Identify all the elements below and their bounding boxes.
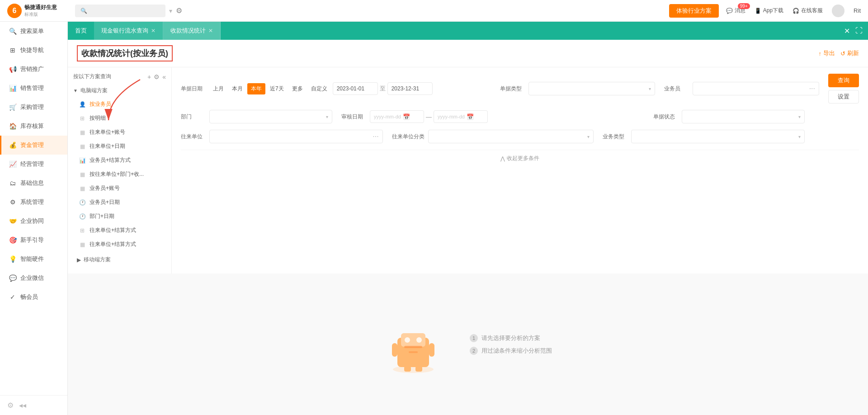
sidebar-settings-icon[interactable]: ⚙ xyxy=(7,401,14,410)
scheme-item-by-salesman[interactable]: 👤 按业务员 xyxy=(68,97,171,111)
empty-state: 1 请先选择要分析的方案 2 用过滤条件来缩小分析范围 xyxy=(68,274,868,415)
scheme-item-icon-pa: ▦ xyxy=(79,129,86,136)
tip-text-1: 请先选择要分析的方案 xyxy=(481,334,540,342)
partner-type-chevron-icon: ▾ xyxy=(587,134,590,139)
scheme-item-partner-account[interactable]: ▦ 往来单位+账号 xyxy=(68,125,171,139)
date-from-input[interactable]: 2023-01-01 xyxy=(333,82,378,95)
tab-maximize-icon[interactable]: ⛶ xyxy=(855,27,863,35)
notification-item[interactable]: 💬 消息 99+ xyxy=(726,7,745,14)
scheme-item-label-pdc: 按往来单位+部门+收... xyxy=(90,170,144,178)
sidebar-item-sales[interactable]: 📊 销售管理 xyxy=(0,79,67,98)
refresh-button[interactable]: ↺ 刷新 xyxy=(840,49,859,57)
app-download-label: App下载 xyxy=(763,7,783,14)
scheme-item-label-detail: 按明细 xyxy=(90,114,106,122)
top-search-box[interactable]: 🔍 xyxy=(75,5,165,17)
doctype-select[interactable]: ▾ xyxy=(528,82,655,95)
tip-text-2: 用过滤条件来缩小分析范围 xyxy=(481,347,552,355)
scheme-setting-icon[interactable]: ⚙ xyxy=(154,73,160,80)
sidebar-item-smarthw[interactable]: 💡 智能硬件 xyxy=(0,250,67,269)
audit-to-input[interactable]: yyyy-mm-dd 📅 xyxy=(434,110,488,123)
filter-item-salesman: 业务员 ··· xyxy=(664,82,819,95)
settings-gear-icon[interactable]: ⚙ xyxy=(176,6,182,15)
salesman-more-icon[interactable]: ··· xyxy=(809,85,815,93)
app-download-item[interactable]: 📱 App下载 xyxy=(755,7,783,14)
partner-select[interactable]: ··· xyxy=(209,130,383,143)
partner-more-icon[interactable]: ··· xyxy=(373,132,378,141)
filter-row-1: 单据日期 上月 本月 本年 近7天 更多 自定义 xyxy=(181,74,859,104)
trial-button[interactable]: 体验行业方案 xyxy=(669,4,719,18)
scheme-mobile-header[interactable]: ▶ 移动端方案 xyxy=(68,253,171,266)
sidebar-item-inventory[interactable]: 🏠 库存核算 xyxy=(0,117,67,136)
date-tab-7days[interactable]: 近7天 xyxy=(266,83,288,94)
scheme-item-salesman-payment[interactable]: 📊 业务员+结算方式 xyxy=(68,153,171,167)
sidebar-item-purchase-label: 采购管理 xyxy=(20,103,44,111)
tab-collection-stats-close[interactable]: ✕ xyxy=(208,28,213,34)
audit-to-placeholder: yyyy-mm-dd xyxy=(438,114,465,119)
tab-collection-stats[interactable]: 收款情况统计 ✕ xyxy=(163,22,221,40)
notification-icon: 💬 xyxy=(726,8,733,14)
sidebar-item-system[interactable]: ⚙ 系统管理 xyxy=(0,193,67,212)
scheme-item-by-detail[interactable]: ⊞ 按明细 xyxy=(68,111,171,125)
date-to-input[interactable]: 2023-12-31 xyxy=(387,82,433,95)
scheme-desktop-label: 电脑端方案 xyxy=(80,87,108,94)
sidebar-item-basicinfo[interactable]: 🗂 基础信息 xyxy=(0,174,67,193)
scheme-add-icon[interactable]: + xyxy=(147,73,151,80)
online-service-icon: 🎧 xyxy=(793,8,799,14)
scheme-mobile-label: 移动端方案 xyxy=(84,256,111,264)
online-service-item[interactable]: 🎧 在线客服 xyxy=(793,7,823,14)
query-button[interactable]: 查询 xyxy=(828,74,859,87)
salesman-select[interactable]: ··· xyxy=(693,82,819,95)
tab-bank-statement[interactable]: 现金银行流水查询 ✕ xyxy=(94,22,163,40)
date-tab-this-year[interactable]: 本年 xyxy=(247,83,265,94)
sidebar-item-member[interactable]: ✓ 畅会员 xyxy=(0,288,67,307)
sidebar-item-quicknav[interactable]: ⊞ 快捷导航 xyxy=(0,41,67,60)
scheme-item-partner-dept[interactable]: ▦ 按往来单位+部门+收... xyxy=(68,167,171,181)
sidebar-item-search[interactable]: 🔍 搜索菜单 xyxy=(0,22,67,41)
tip-num-1: 1 xyxy=(470,334,478,342)
scheme-item-partner-date[interactable]: ▦ 往来单位+日期 xyxy=(68,139,171,153)
date-tab-last-month[interactable]: 上月 xyxy=(209,83,227,94)
tab-home[interactable]: 首页 xyxy=(68,22,94,40)
settings-button[interactable]: 设置 xyxy=(828,90,859,104)
scheme-collapse-icon[interactable]: « xyxy=(162,73,166,80)
scheme-item-icon-pdc: ▦ xyxy=(79,171,86,178)
sidebar-item-finance[interactable]: 💰 资金管理 xyxy=(0,136,67,155)
filter-date-group: 上月 本月 本年 近7天 更多 自定义 2023-01-01 xyxy=(209,82,491,95)
date-tab-more[interactable]: 更多 xyxy=(288,83,307,94)
sidebar-item-purchase[interactable]: 🛒 采购管理 xyxy=(0,98,67,117)
tab-bank-statement-close[interactable]: ✕ xyxy=(151,28,156,34)
date-tab-this-month[interactable]: 本月 xyxy=(228,83,246,94)
tab-close-all-icon[interactable]: ✕ xyxy=(844,27,850,35)
sidebar-item-operations[interactable]: 📈 经营管理 xyxy=(0,155,67,174)
online-service-label: 在线客服 xyxy=(801,7,823,14)
smarthw-icon: 💡 xyxy=(9,255,17,263)
system-icon: ⚙ xyxy=(9,198,17,206)
sidebar-item-wechat[interactable]: 💬 企业微信 xyxy=(0,269,67,288)
sidebar-item-enterprise[interactable]: 🤝 企业协同 xyxy=(0,212,67,231)
filter-row-3: 往来单位 ··· 往来单位分类 ▾ 业务 xyxy=(181,130,859,143)
sidebar-bottom: ⚙ ◂◂ xyxy=(0,395,67,415)
sidebar-collapse-icon[interactable]: ◂◂ xyxy=(19,401,26,410)
tip-num-2: 2 xyxy=(470,347,478,355)
sidebar-item-marketing[interactable]: 📢 营销推广 xyxy=(0,60,67,79)
scheme-item-partner-payment1[interactable]: ⊞ 往来单位+结算方式 xyxy=(68,223,171,237)
date-tab-custom[interactable]: 自定义 xyxy=(307,83,331,94)
partner-type-select[interactable]: ▾ xyxy=(428,130,594,143)
user-avatar[interactable] xyxy=(832,5,844,17)
scheme-item-dept-date[interactable]: 🕐 部门+日期 xyxy=(68,209,171,223)
scheme-item-salesman-account[interactable]: ▦ 业务员+账号 xyxy=(68,181,171,195)
dept-select[interactable]: ▾ xyxy=(209,110,332,123)
scheme-item-partner-payment2[interactable]: ▦ 往来单位+结算方式 xyxy=(68,237,171,251)
filter-item-partner: 往来单位 ··· xyxy=(181,130,383,143)
biztype-select[interactable]: ▾ xyxy=(631,130,805,143)
collapse-bar[interactable]: ⋀ 收起更多条件 xyxy=(181,150,859,167)
scheme-desktop-header[interactable]: ▼ 电脑端方案 xyxy=(68,84,171,97)
marketing-icon: 📢 xyxy=(9,65,17,73)
empty-tip-2: 2 用过滤条件来缩小分析范围 xyxy=(470,347,552,355)
sidebar-item-guide[interactable]: 🎯 新手引导 xyxy=(0,231,67,250)
export-button[interactable]: ↑ 导出 xyxy=(819,49,835,57)
scheme-item-salesman-date[interactable]: 🕐 业务员+日期 xyxy=(68,195,171,209)
docstatus-select[interactable]: ▾ xyxy=(682,110,805,123)
audit-from-input[interactable]: yyyy-mm-dd 📅 xyxy=(370,110,424,123)
dropdown-arrow-icon[interactable]: ▾ xyxy=(169,7,172,14)
